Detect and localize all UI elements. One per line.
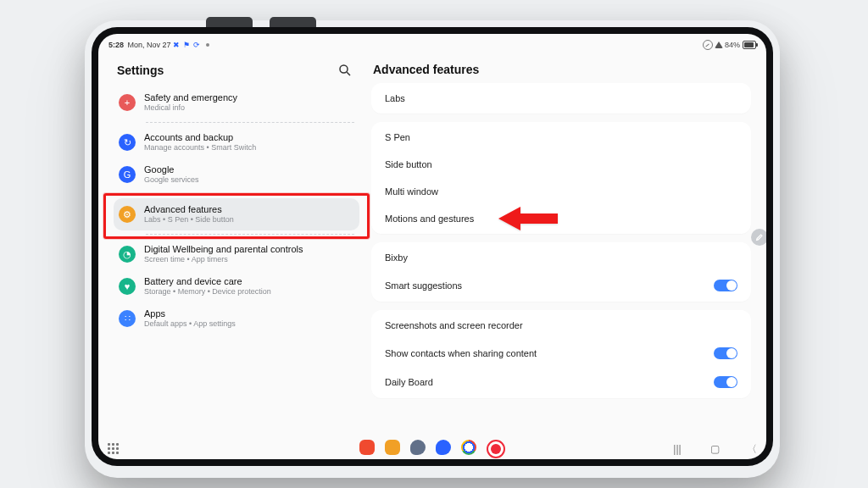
row-label: Show contacts when sharing content [385,348,537,358]
app-notes-icon[interactable] [359,440,375,455]
apps-icon: ∷ [119,310,136,327]
row-side-button[interactable]: Side button [371,151,751,178]
app-files-icon[interactable] [385,440,400,455]
battery-percent: 84% [725,41,740,49]
row-s-pen[interactable]: S Pen [371,124,751,151]
sidebar-item-sub: Medical info [144,103,237,113]
more-icon [206,43,209,47]
hardware-button [270,17,316,27]
status-bar: 5:28 Mon, Nov 27 ✖ ⚑ ⟳ 84% [98,34,766,53]
app-chrome-icon[interactable] [461,440,476,455]
status-time: 5:28 [108,41,124,49]
search-icon[interactable] [337,63,353,78]
row-screenshots-and-screen-recorder[interactable]: Screenshots and screen recorder [371,312,751,339]
edge-panel-handle[interactable] [751,229,766,246]
app-drawer-icon[interactable] [107,442,120,456]
sidebar-item-label: Accounts and backup [144,132,256,143]
sidebar-item-accounts[interactable]: ↻Accounts and backupManage accounts • Sm… [114,126,359,158]
nav-home[interactable]: ▢ [709,443,721,455]
sidebar-item-label: Google [144,164,199,175]
spen-status-icon [703,40,713,50]
sync-icon: ⟳ [192,41,202,50]
toggle-daily-board[interactable] [714,376,737,388]
sidebar-title: Settings [117,64,164,77]
sidebar-item-batt[interactable]: ♥Battery and device careStorage • Memory… [114,270,359,302]
row-multi-window[interactable]: Multi window [371,178,751,205]
app-discord-icon[interactable] [410,440,426,455]
tablet-frame: 5:28 Mon, Nov 27 ✖ ⚑ ⟳ 84% [92,27,773,466]
hardware-button [206,17,253,27]
row-label: Multi window [385,186,438,197]
toggle-smart-suggestions[interactable] [714,280,737,291]
app-camera-icon[interactable] [487,440,505,458]
row-daily-board[interactable]: Daily Board [371,368,751,396]
screen: 5:28 Mon, Nov 27 ✖ ⚑ ⟳ 84% [98,34,766,459]
sidebar-item-adv[interactable]: ⚙Advanced featuresLabs • S Pen • Side bu… [114,198,359,230]
row-label: Motions and gestures [385,214,474,224]
batt-icon: ♥ [119,278,136,295]
wifi-icon [715,42,723,48]
nav-back[interactable]: 〈 [746,443,758,455]
penup-icon: ✖ [172,41,181,50]
sidebar-item-label: Battery and device care [144,276,271,287]
sidebar-item-sub: Google services [144,175,199,185]
sidebar-item-label: Advanced features [144,204,234,215]
row-labs[interactable]: Labs [371,85,751,112]
row-bixby[interactable]: Bixby [371,244,751,271]
sidebar-item-google[interactable]: GGoogleGoogle services [114,158,359,191]
status-date: Mon, Nov 27 [128,41,171,49]
row-show-contacts-when-sharing-content[interactable]: Show contacts when sharing content [371,339,751,368]
safety-icon: + [119,94,136,111]
accounts-icon: ↻ [119,134,136,151]
row-label: S Pen [385,132,410,142]
svg-line-1 [347,72,350,75]
sidebar-item-sub: Manage accounts • Smart Switch [144,143,256,152]
sidebar-item-dw[interactable]: ◔Digital Wellbeing and parental controls… [114,238,359,270]
svg-point-0 [340,65,348,73]
settings-card: BixbySmart suggestions [371,242,751,302]
sidebar-item-label: Safety and emergency [144,92,237,103]
settings-card: Labs [371,83,751,114]
settings-sidebar: Settings +Safety and emergencyMedical in… [98,53,364,439]
sidebar-item-sub: Default apps • App settings [144,319,236,329]
panel-title: Advanced features [373,63,751,76]
settings-card: S PenSide buttonMulti windowMotions and … [371,122,751,234]
nav-recents[interactable]: ||| [671,443,683,455]
toggle-show-contacts-when-sharing-content[interactable] [714,347,737,359]
row-motions-and-gestures[interactable]: Motions and gestures [371,205,751,232]
row-label: Daily Board [385,377,433,387]
row-label: Smart suggestions [385,280,462,291]
row-label: Labs [385,93,405,103]
sidebar-item-safety[interactable]: +Safety and emergencyMedical info [114,86,359,119]
sidebar-item-sub: Storage • Memory • Device protection [144,287,271,297]
detail-pane: Advanced features LabsS PenSide buttonMu… [364,53,766,439]
app-messages-icon[interactable] [436,440,451,455]
battery-icon [743,41,756,49]
sidebar-item-label: Digital Wellbeing and parental controls [144,244,303,255]
bluetooth-icon: ⚑ [182,41,192,50]
sidebar-item-apps[interactable]: ∷AppsDefault apps • App settings [114,302,359,335]
row-label: Screenshots and screen recorder [385,320,523,330]
sidebar-item-sub: Screen time • App timers [144,255,303,264]
settings-card: Screenshots and screen recorderShow cont… [371,310,751,398]
row-label: Side button [385,159,432,169]
sidebar-item-sub: Labs • S Pen • Side button [144,215,234,225]
row-label: Bixby [385,252,408,263]
dw-icon: ◔ [119,246,136,263]
row-smart-suggestions[interactable]: Smart suggestions [371,271,751,300]
adv-icon: ⚙ [119,206,136,223]
taskbar: ||| ▢ 〈 [98,439,766,459]
google-icon: G [119,166,136,183]
sidebar-item-label: Apps [144,308,236,319]
